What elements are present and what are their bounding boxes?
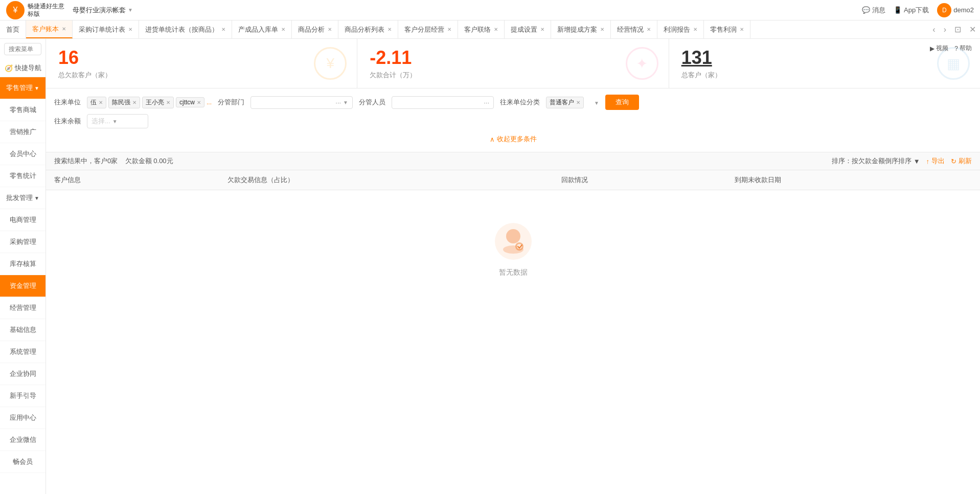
balance-filter-label: 往来余额 xyxy=(54,117,81,126)
app-download-button[interactable]: 📱 App下载 xyxy=(894,6,929,15)
tab-customer-account[interactable]: 客户账本 ✕ xyxy=(26,20,73,38)
app-selector[interactable]: 母婴行业演示帐套 ▼ xyxy=(73,6,133,15)
tab-production-in[interactable]: 产成品入库单 ✕ xyxy=(232,20,292,38)
sidebar-item-member[interactable]: 会员中心 xyxy=(0,143,45,165)
filter-row-2: 往来余额 选择... ▼ xyxy=(54,114,972,128)
filter-tag-wang[interactable]: 王小亮 ✕ xyxy=(142,97,174,108)
table-header-row: 客户信息 欠款交易信息（占比） 回款情况 到期未收款日期 xyxy=(46,170,980,190)
chevron-down-icon: ▼ xyxy=(34,195,39,201)
customer-table: 客户信息 欠款交易信息（占比） 回款情况 到期未收款日期 xyxy=(46,170,980,190)
close-icon[interactable]: ✕ xyxy=(600,27,604,32)
tab-home[interactable]: 首页 xyxy=(0,20,26,38)
collapse-button[interactable]: ∧ 收起更多条件 xyxy=(490,134,537,144)
main-layout: 🧭 快捷导航 零售管理 ▼ 零售商城 营销推广 会员中心 零售统计 批发管理 ▼… xyxy=(0,39,980,494)
sidebar-item-wechat[interactable]: 企业微信 xyxy=(0,429,45,451)
filter-more-button[interactable]: ... xyxy=(207,99,212,106)
tab-prev-button[interactable]: ‹ xyxy=(928,25,939,34)
remove-tag-wang[interactable]: ✕ xyxy=(166,100,170,105)
col-customer-info: 客户信息 xyxy=(46,170,219,190)
close-icon[interactable]: ✕ xyxy=(281,27,285,32)
stat-card-total-customers: 131 总客户（家） ▦ ▶ 视频 ? 帮助 xyxy=(669,39,980,88)
filter-tag-wu[interactable]: 伍 ✕ xyxy=(87,97,106,108)
logo-icon: ¥ xyxy=(6,1,25,19)
close-icon[interactable]: ✕ xyxy=(740,27,744,32)
sidebar-item-system[interactable]: 系统管理 xyxy=(0,341,45,363)
refresh-icon: ↻ xyxy=(951,158,956,165)
unit-filter-tags: 伍 ✕ 陈民强 ✕ 王小亮 ✕ cjttcw ✕ ... xyxy=(87,97,212,108)
tab-stock-stats[interactable]: 进货单统计表（按商品） ✕ xyxy=(139,20,232,38)
tab-operations[interactable]: 经营情况 ✕ xyxy=(611,20,657,38)
stat-card-customers: 16 总欠款客户（家） ¥ xyxy=(46,39,357,88)
sidebar-item-ecommerce[interactable]: 电商管理 xyxy=(0,209,45,231)
tab-goods-analysis-list[interactable]: 商品分析列表 ✕ xyxy=(338,20,398,38)
message-button[interactable]: 💬 消息 xyxy=(862,6,885,15)
remove-tag-cjttcw[interactable]: ✕ xyxy=(197,100,201,105)
close-icon[interactable]: ✕ xyxy=(388,27,392,32)
tab-close-all-button[interactable]: ✕ xyxy=(965,25,980,34)
sidebar-item-operations[interactable]: 经营管理 xyxy=(0,297,45,319)
tab-purchase-order[interactable]: 采购订单统计表 ✕ xyxy=(73,20,139,38)
search-input[interactable] xyxy=(4,43,41,55)
manager-filter-dots[interactable]: ··· xyxy=(484,99,489,106)
sort-button[interactable]: 排序：按欠款金额倒序排序 ▼ xyxy=(832,156,920,166)
tab-retail-profit[interactable]: 零售利润 ✕ xyxy=(704,20,750,38)
manager-filter-select[interactable]: ··· xyxy=(392,96,494,109)
sidebar-item-basic-info[interactable]: 基础信息 xyxy=(0,319,45,341)
help-button[interactable]: ? 帮助 xyxy=(954,44,972,53)
sidebar-item-member2[interactable]: 畅会员 xyxy=(0,451,45,473)
close-icon[interactable]: ✕ xyxy=(328,27,332,32)
remove-tag-normal[interactable]: ✕ xyxy=(576,100,580,105)
tab-expand-button[interactable]: ⊡ xyxy=(950,25,965,34)
sidebar-item-enterprise[interactable]: 企业协同 xyxy=(0,363,45,385)
tab-commission-settings[interactable]: 提成设置 ✕ xyxy=(505,20,551,38)
close-icon[interactable]: ✕ xyxy=(62,26,66,32)
close-icon[interactable]: ✕ xyxy=(221,27,225,32)
close-icon[interactable]: ✕ xyxy=(494,27,498,32)
tab-new-commission[interactable]: 新增提成方案 ✕ xyxy=(551,20,611,38)
unit-class-select[interactable]: ▼ xyxy=(594,99,599,106)
sidebar-item-retail-stats[interactable]: 零售统计 xyxy=(0,165,45,187)
query-button[interactable]: 查询 xyxy=(605,95,639,110)
dept-filter-select[interactable]: ··· ▼ xyxy=(250,96,353,109)
results-actions: 排序：按欠款金额倒序排序 ▼ ↑ 导出 ↻ 刷新 xyxy=(832,156,972,166)
top-bar-right: 💬 消息 📱 App下载 D demo2 xyxy=(862,3,974,17)
close-icon[interactable]: ✕ xyxy=(447,27,451,32)
close-icon[interactable]: ✕ xyxy=(128,27,132,32)
tab-goods-analysis[interactable]: 商品分析 ✕ xyxy=(292,20,338,38)
refresh-button[interactable]: ↻ 刷新 xyxy=(951,156,972,166)
filter-tag-normal-customer[interactable]: 普通客户 ✕ xyxy=(546,97,584,108)
close-icon[interactable]: ✕ xyxy=(693,27,697,32)
tab-customer-contact[interactable]: 客户联络 ✕ xyxy=(458,20,505,38)
user-menu[interactable]: D demo2 xyxy=(937,3,974,17)
balance-filter-select[interactable]: 选择... ▼ xyxy=(87,114,148,128)
message-icon: 💬 xyxy=(862,6,870,14)
sidebar-item-tutorial[interactable]: 新手引导 xyxy=(0,385,45,407)
remove-tag-chen[interactable]: ✕ xyxy=(132,100,136,105)
sidebar-quick-nav[interactable]: 🧭 快捷导航 xyxy=(0,59,45,77)
tab-profit-report[interactable]: 利润报告 ✕ xyxy=(657,20,704,38)
sidebar-item-retail[interactable]: 零售管理 ▼ xyxy=(0,77,45,99)
stat-label-customers: 总欠款客户（家） xyxy=(58,71,111,80)
stat-value-total: 131 xyxy=(681,47,721,69)
filter-tag-chen[interactable]: 陈民强 ✕ xyxy=(108,97,140,108)
tab-nav-actions: ‹ › ⊡ ✕ xyxy=(928,25,980,34)
video-button[interactable]: ▶ 视频 xyxy=(930,44,948,53)
sidebar-item-retail-mall[interactable]: 零售商城 xyxy=(0,99,45,121)
manager-filter-label: 分管人员 xyxy=(359,98,385,107)
sidebar-item-inventory[interactable]: 库存核算 xyxy=(0,253,45,275)
sidebar-item-marketing[interactable]: 营销推广 xyxy=(0,121,45,143)
sidebar-item-finance[interactable]: 资金管理 xyxy=(0,275,45,297)
tab-customer-tier[interactable]: 客户分层经营 ✕ xyxy=(398,20,458,38)
money-icon: ¥ xyxy=(314,47,347,80)
dept-filter-dots[interactable]: ··· xyxy=(335,99,341,106)
export-icon: ↑ xyxy=(926,158,930,165)
tab-next-button[interactable]: › xyxy=(940,25,950,34)
sidebar-item-app-center[interactable]: 应用中心 xyxy=(0,407,45,429)
filter-tag-cjttcw[interactable]: cjttcw ✕ xyxy=(176,97,204,107)
remove-tag-wu[interactable]: ✕ xyxy=(99,100,103,105)
close-icon[interactable]: ✕ xyxy=(540,27,544,32)
sidebar-item-purchase[interactable]: 采购管理 xyxy=(0,231,45,253)
close-icon[interactable]: ✕ xyxy=(647,27,651,32)
sidebar-item-wholesale[interactable]: 批发管理 ▼ xyxy=(0,187,45,209)
export-button[interactable]: ↑ 导出 xyxy=(926,156,945,166)
